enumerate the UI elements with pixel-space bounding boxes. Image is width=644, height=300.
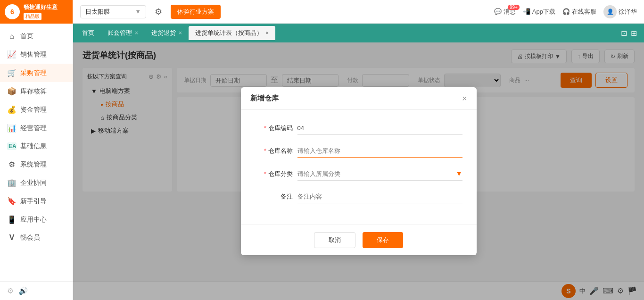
category-dropdown-icon[interactable]: ▼: [456, 170, 462, 177]
sidebar-item-home[interactable]: ⌂ 首页: [0, 27, 73, 45]
sidebar-item-inventory[interactable]: 📦 库存核算: [0, 82, 73, 100]
save-button[interactable]: 保存: [363, 232, 403, 248]
sidebar-label-home: 首页: [20, 32, 33, 41]
tab-purchase-return-label: 进货退货: [151, 29, 176, 37]
tab-purchase-stat-close-icon[interactable]: ×: [265, 30, 269, 36]
form-row-remark: 备注: [255, 190, 462, 203]
warehouse-code-input[interactable]: [297, 122, 462, 135]
sidebar-item-finance[interactable]: 💰 资金管理: [0, 100, 73, 119]
inventory-icon: 📦: [7, 87, 17, 96]
store-selector[interactable]: 日太阳膜 ▼: [80, 5, 146, 18]
tab-purchase-return[interactable]: 进货退货 ×: [145, 26, 189, 40]
top-header: 日太阳膜 ▼ ⚙ 体验行业方案 💬 消息 99+ 📲 App下载 🎧 在线客服 …: [73, 0, 644, 24]
sidebar-item-sales[interactable]: 📈 销售管理: [0, 45, 73, 64]
settings-button[interactable]: ⚙: [151, 4, 166, 19]
sidebar-item-vip[interactable]: V 畅会员: [0, 229, 73, 247]
form-row-name: 仓库名称: [255, 144, 462, 158]
sidebar-label-inventory: 库存核算: [20, 87, 47, 96]
tab-account[interactable]: 账套管理 ×: [101, 26, 145, 40]
modal-dialog: 新增仓库 × 仓库编码 仓库名称 仓库分类: [241, 87, 477, 255]
user-avatar: 👤: [603, 5, 617, 18]
sidebar: 6 畅捷通好生意 精品版 ⌂ 首页 📈 销售管理 🛒 采购管理 📦 库存核算 💰…: [0, 0, 73, 300]
tab-purchase-stat[interactable]: 进货单统计表（按商品） ×: [189, 26, 275, 40]
sidebar-footer: ⚙ 🔊: [0, 281, 73, 300]
modal-title: 新增仓库: [250, 94, 279, 103]
guide-icon: 🔖: [7, 197, 17, 206]
tab-account-label: 账套管理: [107, 29, 132, 37]
name-label: 仓库名称: [255, 147, 293, 155]
sidebar-item-app[interactable]: 📱 应用中心: [0, 210, 73, 229]
warehouse-remark-input[interactable]: [297, 190, 462, 203]
remark-label: 备注: [255, 192, 293, 201]
user-name: 徐泽华: [619, 8, 637, 16]
settings-footer-icon[interactable]: ⚙: [7, 286, 14, 295]
sidebar-label-finance: 资金管理: [20, 106, 47, 114]
tab-home-label: 首页: [82, 29, 94, 37]
home-icon: ⌂: [7, 32, 17, 41]
app-download-icon: 📲: [523, 8, 530, 15]
sidebar-item-guide[interactable]: 🔖 新手引导: [0, 192, 73, 210]
trial-button[interactable]: 体验行业方案: [171, 5, 221, 19]
message-button[interactable]: 💬 消息 99+: [494, 8, 516, 16]
sidebar-item-enterprise[interactable]: 🏢 企业协同: [0, 174, 73, 192]
page-content: 进货单统计(按商品) 🖨 按模板打印 ▼ ↑ 导出 ↻ 刷新 按以下方案查询: [73, 42, 644, 300]
modal-header: 新增仓库 ×: [241, 87, 477, 110]
dropdown-arrow-icon: ▼: [135, 8, 141, 15]
form-row-code: 仓库编码: [255, 122, 462, 135]
store-name: 日太阳膜: [85, 8, 110, 16]
tab-bar-right: ⊡ ⊞: [621, 29, 642, 38]
warehouse-category-input[interactable]: [297, 170, 456, 177]
header-right: 💬 消息 99+ 📲 App下载 🎧 在线客服 👤 徐泽华: [494, 5, 637, 18]
sidebar-item-purchase[interactable]: 🛒 采购管理: [0, 64, 73, 82]
modal-body: 仓库编码 仓库名称 仓库分类 ▼: [241, 110, 477, 225]
sidebar-label-app: 应用中心: [20, 216, 47, 224]
enterprise-icon: 🏢: [7, 178, 17, 187]
category-select-wrapper: ▼: [297, 167, 462, 181]
base-icon: EA: [7, 142, 17, 150]
operation-icon: 📊: [7, 124, 17, 133]
tab-fullscreen-icon[interactable]: ⊞: [631, 29, 637, 38]
app-download-button[interactable]: 📲 App下载: [523, 8, 555, 16]
tab-purchase-stat-label: 进货单统计表（按商品）: [195, 29, 263, 37]
sidebar-item-base[interactable]: EA 基础信息: [0, 137, 73, 155]
sidebar-label-enterprise: 企业协同: [20, 179, 47, 187]
volume-icon[interactable]: 🔊: [18, 286, 28, 295]
logo-title: 畅捷通好生意: [24, 3, 58, 11]
tab-restore-icon[interactable]: ⊡: [621, 29, 627, 38]
finance-icon: 💰: [7, 105, 17, 114]
main-area: 日太阳膜 ▼ ⚙ 体验行业方案 💬 消息 99+ 📲 App下载 🎧 在线客服 …: [73, 0, 644, 300]
sidebar-item-system[interactable]: ⚙ 系统管理: [0, 155, 73, 174]
modal-overlay: 新增仓库 × 仓库编码 仓库名称 仓库分类: [73, 42, 644, 300]
sidebar-item-operation[interactable]: 📊 经营管理: [0, 119, 73, 137]
modal-footer: 取消 保存: [241, 225, 477, 255]
sidebar-label-operation: 经营管理: [20, 124, 47, 133]
message-badge: 99+: [508, 5, 520, 10]
message-icon: 💬: [494, 8, 502, 15]
form-row-category: 仓库分类 ▼: [255, 167, 462, 181]
sidebar-label-purchase: 采购管理: [20, 69, 47, 77]
tab-purchase-return-close-icon[interactable]: ×: [179, 30, 182, 36]
warehouse-name-input[interactable]: [297, 144, 462, 158]
user-menu[interactable]: 👤 徐泽华: [603, 5, 637, 18]
sidebar-label-guide: 新手引导: [20, 197, 47, 206]
online-service-label: 在线客服: [572, 8, 596, 16]
sidebar-label-vip: 畅会员: [20, 233, 40, 242]
tab-account-close-icon[interactable]: ×: [135, 30, 138, 36]
cancel-button[interactable]: 取消: [314, 232, 355, 248]
sidebar-logo: 6 畅捷通好生意 精品版: [0, 0, 73, 24]
app-icon: 📱: [7, 215, 17, 224]
code-label: 仓库编码: [255, 124, 293, 133]
app-download-label: App下载: [532, 8, 555, 16]
sidebar-label-sales: 销售管理: [20, 50, 47, 59]
logo-text-area: 畅捷通好生意 精品版: [24, 3, 58, 20]
vip-icon: V: [7, 233, 17, 242]
system-icon: ⚙: [7, 160, 17, 169]
sidebar-label-system: 系统管理: [20, 160, 47, 169]
sidebar-label-base: 基础信息: [20, 142, 47, 150]
online-service-button[interactable]: 🎧 在线客服: [562, 8, 596, 16]
logo-badge: 精品版: [24, 13, 41, 20]
tab-home[interactable]: 首页: [75, 26, 101, 40]
modal-close-button[interactable]: ×: [462, 94, 467, 103]
category-label: 仓库分类: [255, 170, 293, 178]
headset-icon: 🎧: [562, 8, 570, 15]
